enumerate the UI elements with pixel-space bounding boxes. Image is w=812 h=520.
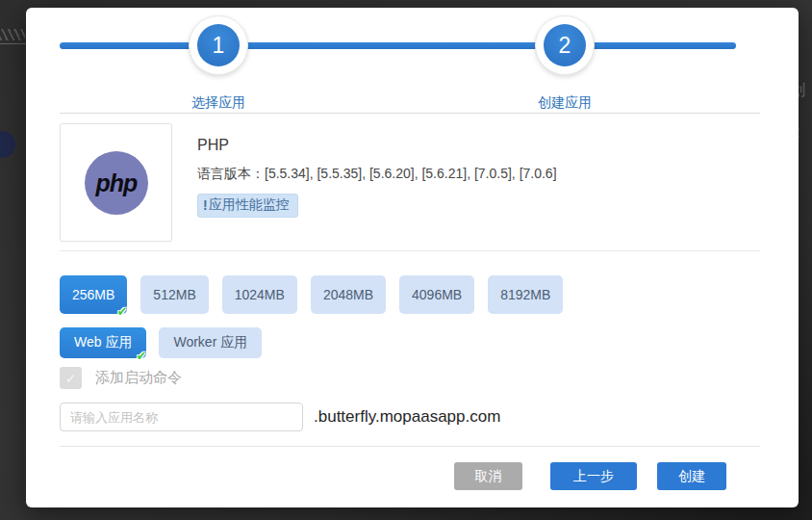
step-1-number: 1 [197, 24, 240, 66]
memory-option-label: 4096MB [412, 287, 462, 302]
type-option-label: Worker 应用 [173, 334, 247, 351]
memory-option-512mb[interactable]: 512MB [140, 275, 208, 314]
memory-option-label: 8192MB [500, 287, 550, 302]
type-option-web[interactable]: Web 应用 ✔ [60, 327, 146, 358]
performance-monitor-tag[interactable]: ! 应用性能监控 [197, 194, 298, 218]
startup-command-checkbox[interactable]: ✓ [60, 367, 82, 389]
background-avatar [0, 131, 15, 158]
step-progress-bar [60, 42, 736, 49]
step-1-indicator: 1 [189, 15, 248, 75]
step-1-label: 选择应用 [122, 94, 315, 112]
step-2-label: 创建应用 [469, 94, 661, 112]
memory-option-1024mb[interactable]: 1024MB [222, 275, 297, 314]
memory-option-label: 2048MB [323, 287, 373, 302]
step-2-indicator: 2 [535, 15, 595, 75]
startup-command-row: ✓ 添加启动命令 [60, 367, 182, 389]
create-app-dialog: 1 2 选择应用 创建应用 php PHP 语言版本：[5.5.34], [5.… [26, 8, 799, 507]
background-fragment [0, 29, 25, 40]
app-name-input[interactable] [60, 403, 303, 431]
alert-icon: ! [203, 197, 208, 213]
app-title: PHP [197, 137, 557, 154]
domain-suffix: .butterfly.mopaasapp.com [314, 407, 500, 427]
background-fragment [0, 43, 27, 44]
performance-monitor-label: 应用性能监控 [209, 196, 290, 214]
previous-step-button[interactable]: 上一步 [550, 462, 637, 490]
memory-option-2048mb[interactable]: 2048MB [311, 275, 386, 314]
memory-option-4096mb[interactable]: 4096MB [399, 275, 474, 314]
app-name-row: .butterfly.mopaasapp.com [60, 403, 500, 431]
app-type-options: Web 应用 ✔ Worker 应用 [60, 327, 262, 358]
memory-option-8192mb[interactable]: 8192MB [488, 275, 563, 314]
selected-check-icon: ✔ [137, 349, 147, 363]
memory-option-256mb[interactable]: 256MB ✔ [60, 275, 127, 314]
dimmed-overlay: 创 2 1 2 选择应用 创建应用 php PHP 语言版本：[5.5.34],… [0, 0, 812, 520]
startup-command-label: 添加启动命令 [95, 369, 182, 387]
type-option-label: Web 应用 [74, 334, 132, 351]
divider [60, 446, 760, 447]
create-button[interactable]: 创建 [657, 462, 726, 490]
memory-option-label: 256MB [72, 287, 114, 302]
app-info: PHP 语言版本：[5.5.34], [5.5.35], [5.6.20], [… [197, 137, 557, 218]
selected-check-icon: ✔ [116, 304, 127, 319]
php-logo-icon: php [85, 151, 148, 215]
type-option-worker[interactable]: Worker 应用 [159, 327, 262, 358]
cancel-button[interactable]: 取消 [454, 462, 522, 490]
checkbox-check-icon: ✓ [65, 371, 77, 386]
php-logo-text: php [96, 169, 138, 197]
memory-option-label: 1024MB [235, 287, 285, 302]
memory-option-label: 512MB [153, 287, 195, 302]
memory-options: 256MB ✔ 512MB 1024MB 2048MB 4096MB 8192M… [60, 275, 563, 314]
step-2-number: 2 [544, 24, 586, 66]
divider [60, 250, 760, 251]
app-versions: 语言版本：[5.5.34], [5.5.35], [5.6.20], [5.6.… [197, 166, 557, 183]
selected-app-card: php [60, 123, 172, 242]
divider [60, 113, 760, 114]
